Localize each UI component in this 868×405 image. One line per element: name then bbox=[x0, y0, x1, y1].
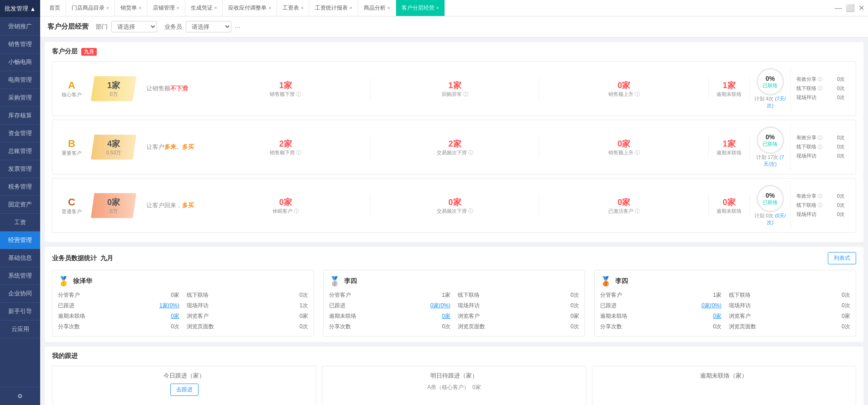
sales-card-header: 🥇 徐泽华 bbox=[58, 276, 308, 287]
tab-门店商品目录[interactable]: 门店商品目录× bbox=[66, 0, 115, 16]
window-minimize-icon[interactable]: — bbox=[835, 4, 842, 12]
info-icon[interactable]: ⓘ bbox=[818, 86, 822, 91]
follow-today-title: 今日跟进（家） bbox=[58, 372, 310, 380]
tier-stat[interactable]: 1家 回购异常ⓘ bbox=[371, 78, 540, 100]
tier-stat[interactable]: 0家 销售额上升ⓘ bbox=[539, 137, 709, 158]
tier-stat[interactable]: 2家 销售额下滑ⓘ bbox=[201, 137, 371, 158]
tier-count-C[interactable]: 0家 0万 bbox=[91, 193, 136, 218]
sales-select[interactable]: 请选择 bbox=[186, 21, 231, 32]
sidebar-item-总账管理[interactable]: 总账管理 bbox=[0, 142, 40, 160]
tier-stat[interactable]: 0家 已激活客户ⓘ bbox=[539, 195, 709, 216]
tier-circle-B[interactable]: 0% 已联络 计划 17次 (7天/次) bbox=[750, 125, 791, 169]
tier-stat[interactable]: 2家 交易频次下滑ⓘ bbox=[371, 137, 540, 158]
follow-overdue-title: 逾期未联络（家） bbox=[598, 372, 850, 380]
sidebar-collapse-icon[interactable]: ▲ bbox=[30, 5, 36, 12]
tab-应收应付调整单[interactable]: 应收应付调整单× bbox=[223, 0, 277, 16]
sidebar-item-经营管理[interactable]: 经营管理 bbox=[0, 231, 40, 249]
tab-close-应收应付调整单[interactable]: × bbox=[268, 5, 271, 11]
sales-label: 业务员 bbox=[164, 23, 182, 31]
sidebar-item-系统管理[interactable]: 系统管理 bbox=[0, 267, 40, 285]
sidebar-item-工资[interactable]: 工资 bbox=[0, 214, 40, 231]
tab-销货单[interactable]: 销货单× bbox=[115, 0, 147, 16]
sidebar-item-营销推广[interactable]: 营销推广 bbox=[0, 18, 40, 36]
tier-stat[interactable]: 1家 销售额下滑ⓘ bbox=[201, 78, 371, 100]
tab-close-客户分层经营[interactable]: × bbox=[436, 5, 439, 11]
list-view-button[interactable]: 列表式 bbox=[828, 252, 856, 264]
sidebar-item-固定资产[interactable]: 固定资产 bbox=[0, 196, 40, 214]
tier-stats-B: 2家 销售额下滑ⓘ 2家 交易频次下滑ⓘ 0家 销售额上升ⓘ 1家 逾期未联络 bbox=[201, 137, 750, 158]
info-icon[interactable]: ⓘ bbox=[635, 149, 640, 156]
sales-stat-row: 分管客户 1家 bbox=[329, 291, 450, 299]
tier-stat[interactable]: 0家 交易频次下滑ⓘ bbox=[371, 195, 540, 216]
tab-店铺管理[interactable]: 店铺管理× bbox=[147, 0, 185, 16]
tier-stats-C: 0家 休眠客户ⓘ 0家 交易频次下滑ⓘ 0家 已激活客户ⓘ 0家 逾期未联络 bbox=[201, 195, 750, 216]
sales-person-name: 徐泽华 bbox=[73, 277, 92, 285]
tier-stat[interactable]: 0家 销售额上升ⓘ bbox=[539, 78, 709, 100]
tab-close-生成凭证[interactable]: × bbox=[214, 5, 217, 11]
tab-close-工资统计报表[interactable]: × bbox=[350, 5, 352, 11]
tier-circle-C[interactable]: 0% 已联络 计划 0次 (0天/次) bbox=[750, 183, 791, 228]
tab-close-店铺管理[interactable]: × bbox=[177, 5, 179, 11]
sales-stat-val[interactable]: 0家 bbox=[713, 312, 722, 320]
info-icon[interactable]: ⓘ bbox=[818, 135, 822, 140]
tab-商品分析[interactable]: 商品分析× bbox=[358, 0, 396, 16]
sidebar-item-基础信息[interactable]: 基础信息 bbox=[0, 249, 40, 267]
info-icon[interactable]: ⓘ bbox=[818, 77, 822, 82]
tab-close-工资表[interactable]: × bbox=[301, 5, 303, 11]
tier-circle-A[interactable]: 0% 已联络 计划 4次 (7天/次) bbox=[750, 66, 791, 111]
info-icon[interactable]: ⓘ bbox=[468, 208, 473, 215]
info-icon[interactable]: ⓘ bbox=[468, 149, 473, 156]
info-icon[interactable]: ⓘ bbox=[296, 91, 301, 98]
window-close-icon[interactable]: ✕ bbox=[858, 4, 864, 12]
sidebar-item-库存核算[interactable]: 库存核算 bbox=[0, 107, 40, 125]
more-filter-icon[interactable]: ··· bbox=[235, 23, 241, 31]
info-icon[interactable]: ⓘ bbox=[635, 208, 640, 215]
sidebar-item-资金管理[interactable]: 资金管理 bbox=[0, 125, 40, 142]
tier-stat[interactable]: 0家 休眠客户ⓘ bbox=[201, 195, 371, 216]
tab-客户分层经营[interactable]: 客户分层经营× bbox=[396, 0, 445, 16]
dept-filter: 部门 请选择 bbox=[96, 21, 157, 32]
tier-contact-C[interactable]: 0家 逾期未联络 bbox=[709, 195, 750, 216]
sales-stat-val[interactable]: 0家 bbox=[171, 312, 179, 320]
info-icon[interactable]: ⓘ bbox=[818, 144, 822, 149]
go-follow-button[interactable]: 去跟进 bbox=[170, 384, 199, 396]
info-icon[interactable]: ⓘ bbox=[463, 91, 468, 98]
sidebar-item-云应用[interactable]: 云应用 bbox=[0, 321, 40, 338]
settings-button[interactable]: ⚙ bbox=[0, 387, 40, 405]
sales-stat-val[interactable]: 0家(0%) bbox=[701, 302, 722, 310]
info-icon[interactable]: ⓘ bbox=[818, 203, 822, 208]
info-icon[interactable]: ⓘ bbox=[296, 149, 301, 156]
sales-stat-val[interactable]: 0家(0%) bbox=[430, 302, 450, 310]
tab-工资表[interactable]: 工资表× bbox=[277, 0, 309, 16]
sales-stat-val[interactable]: 0家 bbox=[442, 312, 450, 320]
sidebar-item-税务管理[interactable]: 税务管理 bbox=[0, 178, 40, 196]
follow-overdue-card: 逾期未联络（家） bbox=[592, 366, 856, 405]
sidebar-item-企业协同[interactable]: 企业协同 bbox=[0, 285, 40, 303]
window-restore-icon[interactable]: ⬜ bbox=[846, 4, 855, 12]
sales-stat-val[interactable]: 1家(0%) bbox=[159, 302, 179, 310]
tab-首页[interactable]: 首页 bbox=[44, 0, 66, 16]
sidebar-item-销售管理[interactable]: 销售管理 bbox=[0, 36, 40, 53]
sales-stat-val: 0家 bbox=[842, 312, 850, 320]
info-icon[interactable]: ⓘ bbox=[294, 208, 299, 215]
tier-contact-B[interactable]: 1家 逾期未联络 bbox=[709, 137, 750, 158]
sidebar-item-小畅电商[interactable]: 小畅电商 bbox=[0, 53, 40, 71]
tab-close-门店商品目录[interactable]: × bbox=[106, 5, 109, 11]
tier-contact-A[interactable]: 1家 逾期未联络 bbox=[709, 78, 750, 100]
info-icon[interactable]: ⓘ bbox=[818, 194, 822, 199]
sidebar-item-采购管理[interactable]: 采购管理 bbox=[0, 89, 40, 107]
info-icon[interactable]: ⓘ bbox=[635, 91, 640, 98]
sidebar-top[interactable]: 批发管理 ▲ bbox=[0, 0, 40, 18]
tab-工资统计报表[interactable]: 工资统计报表× bbox=[309, 0, 358, 16]
sales-stat-row: 已跟进 0家(0%) bbox=[329, 302, 450, 310]
sidebar-item-新手引导[interactable]: 新手引导 bbox=[0, 303, 40, 321]
sidebar-item-发票管理[interactable]: 发票管理 bbox=[0, 160, 40, 178]
tier-count-B[interactable]: 4家 0.53万 bbox=[91, 135, 136, 160]
tier-count-A[interactable]: 1家 0万 bbox=[91, 76, 136, 101]
dept-select[interactable]: 请选择 bbox=[111, 21, 157, 32]
tab-生成凭证[interactable]: 生成凭证× bbox=[185, 0, 223, 16]
tab-close-商品分析[interactable]: × bbox=[387, 5, 390, 11]
sales-stat-row: 浏览页面数 0次 bbox=[458, 323, 579, 331]
sidebar-item-电商管理[interactable]: 电商管理 bbox=[0, 71, 40, 89]
tab-close-销货单[interactable]: × bbox=[139, 5, 141, 11]
